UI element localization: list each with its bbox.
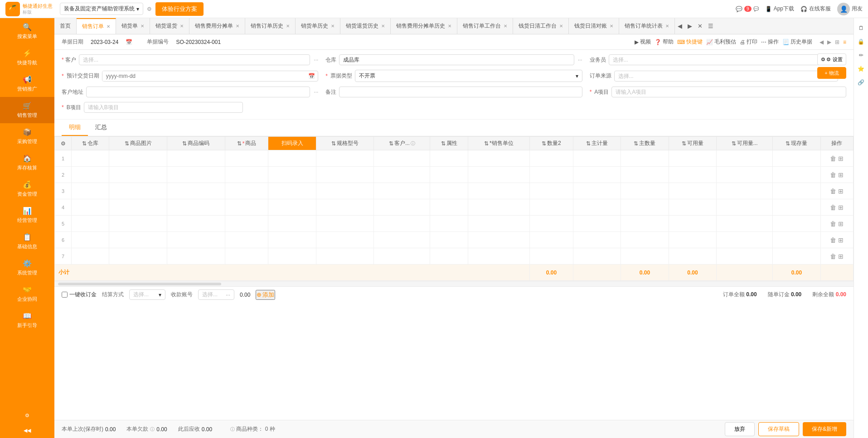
right-sidebar-edit-btn[interactable]: ✏	[855, 49, 868, 62]
right-sidebar-star-btn[interactable]: ⭐	[855, 63, 868, 75]
account-select[interactable]: 选择... ···	[198, 289, 234, 300]
address-more-icon[interactable]: ···	[314, 89, 318, 95]
right-sidebar-link-btn[interactable]: 🔗	[855, 76, 868, 89]
warehouse-more-icon[interactable]: ···	[578, 57, 582, 63]
tab-sales-order-history[interactable]: 销售订单历史 ✕	[245, 18, 296, 34]
sidebar-item-guide[interactable]: 📖 新手引导	[0, 307, 54, 333]
tab-sales-fee-history[interactable]: 销售费用分摊单历史 ✕	[391, 18, 457, 34]
gear-icon[interactable]: ⚙	[147, 6, 152, 12]
right-sidebar-lock-btn[interactable]: 🔒	[855, 35, 868, 48]
row-delete-btn[interactable]: 🗑	[830, 220, 836, 227]
list-view-icon[interactable]: ≡	[843, 39, 846, 45]
app-download-button[interactable]: 📱 App下载	[765, 5, 794, 13]
tab-close-icon[interactable]: ✕	[381, 24, 385, 29]
sidebar-item-inventory[interactable]: 🏠 库存核算	[0, 149, 54, 176]
tab-menu-button[interactable]: ☰	[705, 18, 716, 34]
right-sidebar-notes-btn[interactable]: 🗒	[855, 22, 868, 34]
sidebar-item-quick-nav[interactable]: ⚡ 快捷导航	[0, 44, 54, 71]
discard-button[interactable]: 放弃	[725, 422, 755, 436]
sidebar-item-basic-info[interactable]: 📋 基础信息	[0, 228, 54, 255]
sidebar-item-system[interactable]: ⚙️ 系统管理	[0, 255, 54, 281]
history-bill-button[interactable]: 📃 历史单据	[782, 38, 812, 46]
row-delete-btn[interactable]: 🗑	[830, 204, 836, 211]
customer-address-input[interactable]	[86, 87, 310, 97]
tab-prev-button[interactable]: ◀	[675, 18, 685, 34]
order-source-input[interactable]	[614, 71, 838, 82]
tab-close-icon[interactable]: ✕	[141, 24, 144, 29]
b-project-input[interactable]	[84, 102, 243, 113]
add-payment-button[interactable]: ⊕ 添加	[256, 290, 275, 300]
a-project-input[interactable]	[611, 87, 846, 97]
sidebar-item-finance[interactable]: 💰 资金管理	[0, 176, 54, 202]
shortcut-button[interactable]: ⌨ 快捷键	[677, 38, 703, 46]
tab-sales-stats[interactable]: 销售订单统计表 ✕	[619, 18, 675, 34]
message-button[interactable]: 💬 9 💬	[736, 6, 759, 12]
row-delete-btn[interactable]: 🗑	[830, 236, 836, 244]
tab-close-icon[interactable]: ✕	[331, 24, 335, 29]
sidebar-collapse-button[interactable]: ◀◀	[0, 423, 54, 438]
online-service-button[interactable]: 🎧 在线客服	[800, 5, 831, 13]
tab-home[interactable]: 首页	[54, 18, 77, 34]
video-button[interactable]: ▶ 视频	[635, 38, 651, 46]
tab-summary[interactable]: 汇总	[88, 120, 114, 136]
tab-sales-goods-history[interactable]: 销货单历史 ✕	[296, 18, 340, 34]
row-copy-btn[interactable]: ⊞	[838, 155, 844, 162]
delivery-date-input[interactable]	[102, 71, 306, 81]
help-button[interactable]: ❓ 帮助	[655, 38, 674, 46]
settle-method-select[interactable]: 选择... ▾	[129, 289, 165, 300]
date-picker-icon[interactable]: 📅	[305, 71, 318, 81]
tab-sales-return-history[interactable]: 销货退货历史 ✕	[340, 18, 391, 34]
row-delete-btn[interactable]: 🗑	[830, 155, 836, 162]
row-copy-btn[interactable]: ⊞	[838, 253, 844, 260]
operations-button[interactable]: ⋯ 操作	[761, 38, 779, 46]
row-copy-btn[interactable]: ⊞	[838, 236, 844, 244]
tab-close-icon[interactable]: ✕	[665, 24, 669, 29]
col-settings[interactable]: ⚙	[55, 137, 72, 150]
profit-button[interactable]: 📈 毛利预估	[706, 38, 736, 46]
staff-input[interactable]	[609, 54, 838, 65]
nav-prev-icon[interactable]: ◀	[820, 39, 824, 45]
row-copy-btn[interactable]: ⊞	[838, 171, 844, 178]
row-copy-btn[interactable]: ⊞	[838, 220, 844, 227]
sidebar-item-enterprise[interactable]: 🤝 企业协同	[0, 281, 54, 307]
tab-close-icon[interactable]: ✕	[559, 24, 563, 29]
more-dots-icon[interactable]: ···	[226, 292, 230, 298]
quick-settle-checkbox[interactable]: 一键收订金	[62, 291, 97, 298]
sidebar-item-search[interactable]: 🔍 搜索菜单	[0, 18, 54, 44]
tab-sales-workbench[interactable]: 销售订单工作台 ✕	[457, 18, 513, 34]
customer-input[interactable]	[79, 54, 310, 65]
grid-view-icon[interactable]: ⊞	[835, 39, 839, 45]
calendar-icon[interactable]: 📅	[126, 39, 132, 45]
invoice-type-select[interactable]: 不开票 ▾	[355, 70, 582, 82]
tab-close-icon[interactable]: ✕	[504, 24, 507, 29]
quick-settle-check[interactable]	[62, 292, 68, 298]
nav-next-icon[interactable]: ▶	[827, 39, 831, 45]
warehouse-input[interactable]	[339, 54, 574, 65]
tab-cash-reconcile[interactable]: 钱货日清对账 ✕	[569, 18, 619, 34]
sidebar-settings-button[interactable]: ⚙	[0, 408, 54, 423]
tab-sales-return[interactable]: 销货退货 ✕	[150, 18, 189, 34]
remark-input[interactable]	[339, 87, 582, 97]
tab-next-button[interactable]: ▶	[685, 18, 695, 34]
sidebar-item-marketing[interactable]: 📢 营销推广	[0, 71, 54, 97]
print-button[interactable]: 🖨 打印	[740, 38, 757, 46]
tab-close-icon[interactable]: ✕	[610, 24, 613, 29]
scroll-thumb[interactable]	[58, 283, 221, 285]
sidebar-item-operations[interactable]: 📊 经营管理	[0, 202, 54, 228]
tab-close-icon[interactable]: ✕	[180, 24, 184, 29]
tab-close-all-button[interactable]: ✕	[695, 18, 705, 34]
save-new-button[interactable]: 保存&新增	[803, 422, 846, 436]
tab-sales-goods[interactable]: 销货单 ✕	[116, 18, 150, 34]
tab-sales-order[interactable]: 销售订单 ✕	[77, 18, 116, 34]
tab-detail[interactable]: 明细	[62, 120, 88, 136]
sidebar-item-purchase[interactable]: 📦 采购管理	[0, 123, 54, 149]
tab-cash-workbench[interactable]: 钱货日清工作台 ✕	[513, 18, 569, 34]
customer-more-icon[interactable]: ···	[314, 57, 318, 63]
row-copy-btn[interactable]: ⊞	[838, 204, 844, 211]
tab-close-icon[interactable]: ✕	[286, 24, 290, 29]
tab-close-icon[interactable]: ✕	[107, 24, 110, 29]
row-copy-btn[interactable]: ⊞	[838, 188, 844, 195]
row-delete-btn[interactable]: 🗑	[830, 253, 836, 260]
tab-close-icon[interactable]: ✕	[448, 24, 451, 29]
logistics-side-button[interactable]: + 物流	[817, 67, 846, 79]
